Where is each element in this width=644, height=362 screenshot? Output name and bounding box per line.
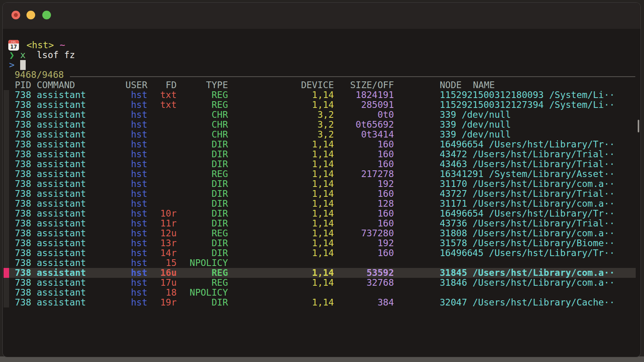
command-text: lsof fz [37, 50, 75, 60]
result-row[interactable]: 738assistanthsttxtREG1,14182419111529215… [4, 90, 636, 100]
cell-command: assistant [37, 278, 86, 288]
cell-device: 1,14 [295, 169, 334, 179]
result-row[interactable]: 738assistanthst14rDIR1,1416016496645 /Us… [4, 248, 636, 258]
cell-size: 128 [346, 199, 394, 209]
header-command: COMMAND [37, 80, 75, 90]
result-row[interactable]: 738assistanthstDIR1,1412831171 /Users/hs… [4, 199, 636, 209]
cell-user: hst [125, 189, 147, 199]
cell-node-name: 339 /dev/null [440, 120, 511, 130]
cell-device: 1,14 [295, 248, 334, 258]
cell-pid: 738 [15, 189, 31, 199]
cell-size: 160 [346, 209, 394, 219]
gutter [4, 228, 9, 238]
cell-command: assistant [37, 199, 86, 209]
cell-size: 160 [346, 149, 394, 159]
cell-type: CHR [185, 130, 228, 140]
cell-command: assistant [37, 268, 86, 278]
cell-pid: 738 [15, 199, 31, 209]
cell-type: DIR [185, 238, 228, 248]
header-fd: FD [149, 80, 177, 90]
cell-device: 1,14 [295, 298, 334, 307]
match-counter: 9468/9468 [15, 70, 64, 80]
result-row[interactable]: 738assistanthstCHR3,20t0339 /dev/null [4, 110, 636, 120]
cell-command: assistant [37, 219, 86, 228]
cell-command: assistant [37, 149, 86, 159]
result-row[interactable]: 738assistanthstREG1,1421727816341291 /Sy… [4, 169, 636, 179]
result-row[interactable]: 738assistanthst11rDIR1,1416043736 /Users… [4, 219, 636, 228]
cell-device: 1,14 [295, 189, 334, 199]
result-row[interactable]: 738assistanthstDIR1,1419231170 /Users/hs… [4, 179, 636, 189]
cell-command: assistant [37, 140, 86, 149]
result-row[interactable]: 738assistanthstDIR1,1416043463 /Users/hs… [4, 159, 636, 169]
terminal-window: JUL 17 <hst> ~ ❯ x lsof fz > 9468/9468 P… [2, 2, 641, 357]
result-row[interactable]: 738assistanthstDIR1,1416016496654 /Users… [4, 140, 636, 149]
list-scrollbar[interactable] [638, 120, 639, 132]
result-row[interactable]: 738assistanthst12uREG1,1473728031808 /Us… [4, 228, 636, 238]
gutter [4, 298, 9, 307]
cell-device: 3,2 [295, 120, 334, 130]
cell-fd: txt [149, 100, 177, 110]
pointer-marker [4, 268, 9, 278]
cell-pid: 738 [15, 288, 31, 298]
cell-node-name: 31578 /Users/hst/Library/Biome·· [440, 238, 615, 248]
cell-device: 1,14 [295, 268, 334, 278]
cell-pid: 738 [15, 130, 31, 140]
cell-size: 384 [346, 298, 394, 307]
cell-fd: 15 [149, 258, 177, 268]
cell-type: REG [185, 228, 228, 238]
cell-node-name: 43736 /Users/hst/Library/Trial·· [440, 219, 615, 228]
prompt-cwd: ~ [60, 40, 65, 50]
gutter [4, 278, 9, 288]
result-row[interactable]: 738assistanthstCHR3,20t3414339 /dev/null [4, 130, 636, 140]
cell-fd: txt [149, 90, 177, 100]
cell-device: 1,14 [295, 219, 334, 228]
cell-size: 160 [346, 189, 394, 199]
cell-device: 1,14 [295, 228, 334, 238]
result-row[interactable]: 738assistanthst19rDIR1,1438432047 /Users… [4, 298, 636, 307]
result-row[interactable]: 738assistanthst15NPOLICY [4, 258, 636, 268]
cell-type: DIR [185, 248, 228, 258]
result-row[interactable]: 738assistanthstDIR1,1416043472 /Users/hs… [4, 149, 636, 159]
cell-user: hst [125, 179, 147, 189]
desktop-background-strip [0, 356, 644, 362]
header-node: NODE [440, 80, 461, 90]
gutter [4, 149, 9, 159]
cell-pid: 738 [15, 248, 31, 258]
header-type: TYPE [185, 80, 228, 90]
cell-fd: 16u [149, 268, 177, 278]
result-row[interactable]: 738assistanthstCHR3,20t65692339 /dev/nul… [4, 120, 636, 130]
cell-device: 1,14 [295, 149, 334, 159]
cell-user: hst [125, 278, 147, 288]
header-user: USER [125, 80, 147, 90]
cell-pid: 738 [15, 120, 31, 130]
cell-command: assistant [37, 288, 86, 298]
result-row[interactable]: 738assistanthst18NPOLICY [4, 288, 636, 298]
cell-device: 1,14 [295, 179, 334, 189]
result-row-current[interactable]: 738assistanthst16uREG1,145359231845 /Use… [4, 268, 636, 278]
result-row[interactable]: 738assistanthst13rDIR1,1419231578 /Users… [4, 238, 636, 248]
cell-user: hst [125, 248, 147, 258]
cell-type: REG [185, 90, 228, 100]
cell-node-name: 339 /dev/null [440, 110, 511, 120]
cell-node-name: 16496654 /Users/hst/Library/Tr·· [440, 140, 615, 149]
gutter [4, 179, 9, 189]
result-row[interactable]: 738assistanthsttxtREG1,14285091115292150… [4, 100, 636, 110]
cell-pid: 738 [15, 149, 31, 159]
cell-device: 1,14 [295, 199, 334, 209]
cell-pid: 738 [15, 179, 31, 189]
cell-device: 1,14 [295, 100, 334, 110]
cell-command: assistant [37, 130, 86, 140]
cell-node-name: 31171 /Users/hst/Library/com.a·· [440, 199, 615, 209]
gutter [4, 209, 9, 219]
table-header-row: PID COMMAND USER FD TYPE DEVICE SIZE/OFF… [4, 80, 636, 90]
cell-node-name: 339 /dev/null [440, 130, 511, 140]
cell-device: 1,14 [295, 278, 334, 288]
result-row[interactable]: 738assistanthst10rDIR1,1416016496654 /Us… [4, 209, 636, 219]
result-row[interactable]: 738assistanthst17uREG1,143276831846 /Use… [4, 278, 636, 288]
cell-device: 1,14 [295, 238, 334, 248]
cell-type: REG [185, 100, 228, 110]
result-row[interactable]: 738assistanthstDIR1,1416043727 /Users/hs… [4, 189, 636, 199]
cell-command: assistant [37, 238, 86, 248]
gutter [4, 189, 9, 199]
result-list: 738assistanthsttxtREG1,14182419111529215… [4, 90, 636, 307]
